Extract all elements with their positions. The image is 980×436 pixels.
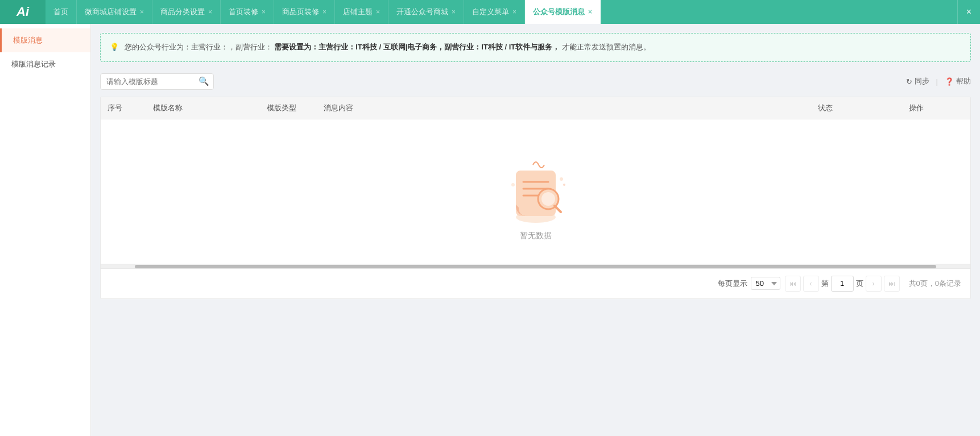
notice-highlight: 需要设置为：主营行业：IT科技 / 互联网|电子商务，副营行业：IT科技 / I… (274, 43, 560, 51)
sidebar-item-template-message[interactable]: 模版消息 (0, 28, 90, 52)
sync-button[interactable]: ↻ 同步 (906, 76, 929, 86)
help-label: 帮助 (956, 76, 971, 86)
search-bar: 🔍 ↻ 同步 | ❓ 帮助 (100, 73, 971, 90)
nav-tab-close-product-decoration[interactable]: × (322, 8, 326, 16)
col-header-index: 序号 (101, 103, 146, 113)
prev-page-button[interactable]: ‹ (803, 276, 819, 292)
search-left: 🔍 (100, 73, 214, 90)
svg-point-9 (563, 184, 565, 186)
search-input[interactable] (100, 73, 214, 90)
sidebar-item-template-record[interactable]: 模版消息记录 (0, 52, 90, 76)
svg-point-6 (541, 192, 555, 206)
scrollbar-thumb[interactable] (135, 265, 936, 268)
page-size-selector: 每页显示 102050100 (718, 277, 780, 290)
sync-label: 同步 (915, 76, 929, 86)
nav-tab-wsc-settings[interactable]: 微商城店铺设置× (77, 0, 152, 24)
nav-tab-open-wechat-mall[interactable]: 开通公众号商城× (388, 0, 464, 24)
nav-tab-close-store-theme[interactable]: × (376, 8, 380, 16)
nav-tab-close-custom-menu[interactable]: × (512, 8, 516, 16)
page-number-input[interactable] (831, 276, 854, 292)
bulb-icon: 💡 (110, 43, 119, 51)
app-logo: Ai (0, 0, 46, 24)
data-table: 序号 模版名称 模版类型 消息内容 状态 操作 (100, 97, 971, 299)
page-label-before: 第 (821, 279, 829, 289)
nav-tab-store-theme[interactable]: 店铺主题× (335, 0, 388, 24)
sync-icon: ↻ (906, 77, 912, 86)
nav-tab-close-home-decoration[interactable]: × (262, 8, 266, 16)
col-header-content: 消息内容 (317, 103, 811, 113)
nav-tab-category-settings[interactable]: 商品分类设置× (152, 0, 221, 24)
empty-state: 暂无数据 (101, 119, 970, 264)
nav-tab-product-decoration[interactable]: 商品页装修× (274, 0, 335, 24)
help-icon: ❓ (945, 77, 954, 86)
sidebar: 模版消息模版消息记录 (0, 24, 91, 436)
col-header-type: 模版类型 (260, 103, 317, 113)
next-page-button[interactable]: › (866, 276, 882, 292)
horizontal-scrollbar[interactable] (101, 264, 970, 268)
first-page-button[interactable]: ⏮ (785, 276, 801, 292)
nav-tab-close-category-settings[interactable]: × (208, 8, 212, 16)
nav-tab-close-open-wechat-mall[interactable]: × (452, 8, 456, 16)
search-input-wrapper: 🔍 (100, 73, 214, 90)
page-size-select[interactable]: 102050100 (751, 277, 780, 290)
page-size-label: 每页显示 (718, 279, 747, 289)
empty-icon (502, 153, 570, 222)
notice-box: 💡 您的公众号行业为：主营行业：，副营行业： 需要设置为：主营行业：IT科技 /… (100, 33, 971, 62)
last-page-button[interactable]: ⏭ (884, 276, 900, 292)
nav-tab-template-message[interactable]: 公众号模版消息× (525, 0, 601, 24)
close-all-button[interactable]: × (957, 0, 980, 24)
main-layout: 模版消息模版消息记录 💡 您的公众号行业为：主营行业：，副营行业： 需要设置为：… (0, 24, 980, 436)
help-button[interactable]: ❓ 帮助 (945, 76, 971, 86)
nav-tab-close-wsc-settings[interactable]: × (140, 8, 144, 16)
notice-prefix: 您的公众号行业为：主营行业：，副营行业： (125, 43, 272, 51)
nav-tab-custom-menu[interactable]: 自定义菜单× (464, 0, 525, 24)
table-header: 序号 模版名称 模版类型 消息内容 状态 操作 (101, 97, 970, 119)
total-info: 共0页，0条记录 (909, 279, 961, 289)
svg-point-8 (560, 177, 563, 181)
page-nav: ⏮ ‹ 第 页 › ⏭ (785, 276, 900, 292)
top-nav: Ai 首页微商城店铺设置×商品分类设置×首页装修×商品页装修×店铺主题×开通公众… (0, 0, 980, 24)
nav-tab-close-template-message[interactable]: × (588, 8, 592, 16)
content-area: 💡 您的公众号行业为：主营行业：，副营行业： 需要设置为：主营行业：IT科技 /… (91, 24, 980, 436)
col-header-action: 操作 (902, 103, 970, 113)
col-header-status: 状态 (811, 103, 902, 113)
nav-tab-home[interactable]: 首页 (46, 0, 77, 24)
col-header-name: 模版名称 (146, 103, 260, 113)
search-right: ↻ 同步 | ❓ 帮助 (906, 76, 971, 86)
empty-text: 暂无数据 (520, 231, 552, 241)
nav-tabs: 首页微商城店铺设置×商品分类设置×首页装修×商品页装修×店铺主题×开通公众号商城… (46, 0, 957, 24)
svg-point-10 (511, 183, 515, 186)
nav-tab-home-decoration[interactable]: 首页装修× (221, 0, 274, 24)
notice-suffix: 才能正常发送预置的消息。 (562, 43, 651, 51)
page-label-after: 页 (856, 279, 863, 289)
search-icon[interactable]: 🔍 (199, 76, 209, 86)
pagination: 每页显示 102050100 ⏮ ‹ 第 页 › ⏭ 共0页，0条记录 (101, 268, 970, 298)
divider: | (936, 77, 938, 86)
